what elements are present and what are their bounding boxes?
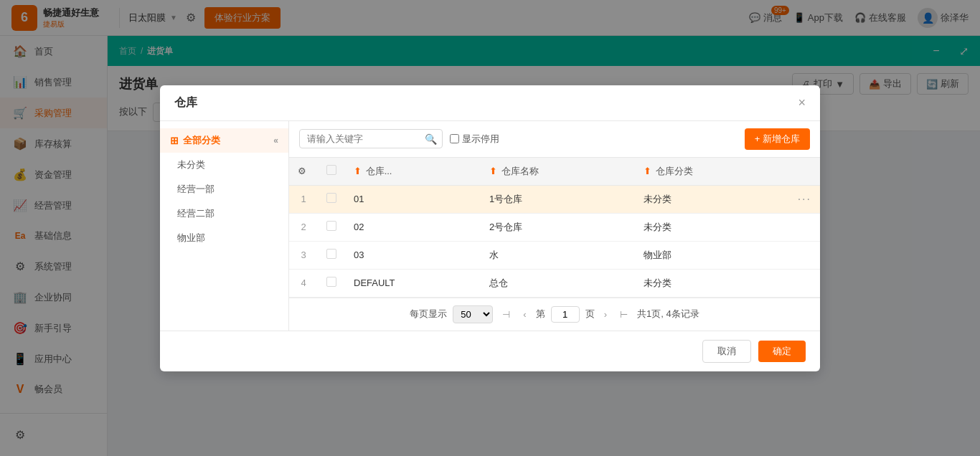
row-actions-3 [789, 241, 820, 269]
modal-pagination: 每页显示 50 100 ⊣ ‹ 第 页 › ⊢ 共1页, 4条记录 [289, 298, 820, 331]
page-first-button[interactable]: ⊣ [499, 308, 514, 321]
col-name: ⬆ 仓库名称 [481, 158, 635, 186]
row-code-2: 02 [345, 213, 481, 241]
modal-title: 仓库 [174, 95, 197, 110]
row-actions-1: ··· [789, 185, 820, 213]
row-category-3: 物业部 [635, 241, 789, 269]
col-checkbox [318, 158, 345, 186]
table-row[interactable]: 3 03 水 物业部 [289, 241, 820, 269]
search-input[interactable] [299, 129, 443, 148]
sort-icon: ⬆ [354, 166, 362, 176]
row-actions-4 [789, 269, 820, 297]
row-actions-2 [789, 213, 820, 241]
row-checkbox-1[interactable] [318, 185, 345, 213]
table-row[interactable]: 4 DEFAULT 总仓 未分类 [289, 269, 820, 297]
show-disabled-checkbox[interactable] [450, 134, 459, 143]
row-code-1: 01 [345, 185, 481, 213]
row-name-1: 1号仓库 [481, 185, 635, 213]
col-gear: ⚙ [289, 158, 318, 186]
row-category-1: 未分类 [635, 185, 789, 213]
category-panel: ⊞ 全部分类 « 未分类 经营一部 经营二部 物业部 [160, 121, 289, 331]
row-gear-2: 2 [289, 213, 318, 241]
gear-icon: ⚙ [298, 166, 306, 176]
modal-toolbar: 🔍 显示停用 + 新增仓库 [289, 121, 820, 158]
col-code: ⬆ 仓库... [345, 158, 481, 186]
row-checkbox-icon-3 [326, 249, 336, 259]
col-category: ⬆ 仓库分类 [635, 158, 789, 186]
category-all-header[interactable]: ⊞ 全部分类 « [160, 128, 288, 153]
warehouse-modal: 仓库 × ⊞ 全部分类 « 未分类 经营一部 经营二部 物业部 [160, 85, 820, 371]
modal-overlay: 仓库 × ⊞ 全部分类 « 未分类 经营一部 经营二部 物业部 [0, 0, 980, 456]
row-checkbox-3[interactable] [318, 241, 345, 269]
modal-body: ⊞ 全部分类 « 未分类 经营一部 经营二部 物业部 🔍 [160, 121, 820, 331]
table-row[interactable]: 2 02 2号仓库 未分类 [289, 213, 820, 241]
grid-icon: ⊞ [170, 135, 179, 146]
new-warehouse-button[interactable]: + 新增仓库 [745, 128, 810, 150]
category-item-dept2[interactable]: 经营二部 [160, 201, 288, 226]
confirm-button[interactable]: 确定 [758, 341, 806, 362]
row-checkbox-icon-4 [326, 277, 336, 287]
page-number-input[interactable] [551, 306, 580, 323]
row-checkbox-4[interactable] [318, 269, 345, 297]
row-more-icon[interactable]: ··· [798, 193, 811, 205]
modal-table: ⚙ ⬆ 仓库... ⬆ [289, 158, 820, 298]
category-item-uncategorized[interactable]: 未分类 [160, 153, 288, 177]
row-checkbox-2[interactable] [318, 213, 345, 241]
row-name-4: 总仓 [481, 269, 635, 297]
collapse-icon[interactable]: « [273, 136, 278, 146]
sort-icon-cat: ⬆ [644, 166, 651, 176]
col-actions [789, 158, 820, 186]
page-last-button[interactable]: ⊢ [616, 308, 631, 321]
row-checkbox-icon-2 [326, 221, 336, 231]
per-page-select[interactable]: 50 100 [453, 305, 493, 323]
modal-close-button[interactable]: × [798, 96, 806, 109]
page-prev-button[interactable]: ‹ [519, 308, 529, 321]
category-item-dept1[interactable]: 经营一部 [160, 177, 288, 201]
page-next-button[interactable]: › [600, 308, 611, 321]
row-name-2: 2号仓库 [481, 213, 635, 241]
content-panel: 🔍 显示停用 + 新增仓库 ⚙ [289, 121, 820, 331]
search-wrapper: 🔍 [299, 129, 443, 148]
show-disabled-checkbox-label[interactable]: 显示停用 [450, 133, 499, 146]
row-gear-3: 3 [289, 241, 318, 269]
row-category-4: 未分类 [635, 269, 789, 297]
row-category-2: 未分类 [635, 213, 789, 241]
table-row[interactable]: 1 01 1号仓库 未分类 ··· [289, 185, 820, 213]
row-checkbox-icon-1 [326, 193, 336, 203]
select-all-checkbox[interactable] [326, 165, 336, 175]
sort-icon-name: ⬆ [489, 166, 497, 176]
table-header-row: ⚙ ⬆ 仓库... ⬆ [289, 158, 820, 186]
search-icon: 🔍 [425, 133, 437, 145]
modal-footer: 取消 确定 [160, 331, 820, 371]
category-item-property[interactable]: 物业部 [160, 226, 288, 250]
modal-header: 仓库 × [160, 85, 820, 121]
row-gear-1: 1 [289, 185, 318, 213]
row-code-4: DEFAULT [345, 269, 481, 297]
row-code-3: 03 [345, 241, 481, 269]
row-name-3: 水 [481, 241, 635, 269]
cancel-button[interactable]: 取消 [702, 340, 751, 363]
row-gear-4: 4 [289, 269, 318, 297]
